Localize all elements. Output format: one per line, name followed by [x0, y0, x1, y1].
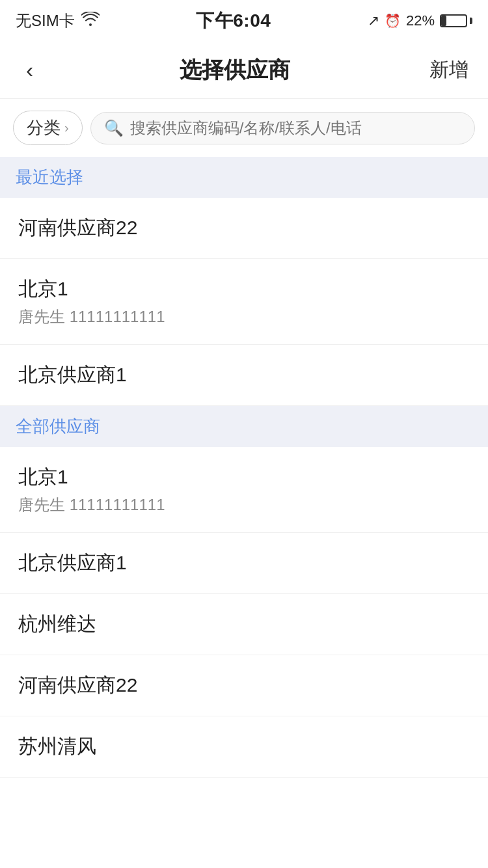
- location-icon: ↗: [368, 12, 379, 29]
- wifi-icon: [81, 12, 100, 30]
- status-bar: 无SIM卡 下午6:04 ↗ ⏰ 22%: [0, 0, 488, 42]
- item-name: 杭州维达: [18, 611, 470, 638]
- category-label: 分类: [27, 116, 61, 139]
- chevron-right-icon: ›: [64, 120, 69, 135]
- all-section-label: 全部供应商: [16, 416, 100, 436]
- item-sub: 唐先生 11111111111: [18, 495, 470, 515]
- all-items-list: 北京1 唐先生 11111111111 北京供应商1 杭州维达 河南供应商22 …: [0, 447, 488, 778]
- list-item[interactable]: 北京供应商1: [0, 533, 488, 594]
- list-item[interactable]: 北京1 唐先生 11111111111: [0, 259, 488, 345]
- recent-section-label: 最近选择: [16, 167, 83, 187]
- search-icon: 🔍: [104, 119, 124, 137]
- list-item[interactable]: 河南供应商22: [0, 655, 488, 716]
- list-item[interactable]: 杭州维达: [0, 594, 488, 655]
- carrier-text: 无SIM卡: [16, 10, 75, 31]
- item-name: 北京1: [18, 276, 470, 303]
- battery-icon: [440, 14, 472, 27]
- status-time: 下午6:04: [196, 8, 271, 33]
- recent-section-header: 最近选择: [0, 157, 488, 198]
- recent-items-list: 河南供应商22 北京1 唐先生 11111111111 北京供应商1: [0, 198, 488, 406]
- item-name: 苏州清风: [18, 733, 470, 760]
- all-section-header: 全部供应商: [0, 406, 488, 447]
- alarm-icon: ⏰: [385, 13, 401, 29]
- nav-bar: ‹ 选择供应商 新增: [0, 42, 488, 99]
- category-button[interactable]: 分类 ›: [13, 111, 83, 145]
- search-box[interactable]: 🔍: [90, 112, 475, 144]
- status-left: 无SIM卡: [16, 10, 100, 31]
- item-name: 北京供应商1: [18, 550, 470, 576]
- add-button[interactable]: 新增: [429, 57, 468, 83]
- list-item[interactable]: 北京供应商1: [0, 345, 488, 406]
- back-button[interactable]: ‹: [20, 51, 40, 89]
- list-item[interactable]: 北京1 唐先生 11111111111: [0, 447, 488, 533]
- item-name: 河南供应商22: [18, 215, 470, 241]
- list-item[interactable]: 河南供应商22: [0, 198, 488, 259]
- item-name: 北京供应商1: [18, 362, 470, 388]
- item-sub: 唐先生 11111111111: [18, 306, 470, 327]
- battery-text: 22%: [406, 12, 435, 29]
- status-right: ↗ ⏰ 22%: [368, 12, 472, 29]
- item-name: 北京1: [18, 464, 470, 491]
- item-name: 河南供应商22: [18, 672, 470, 699]
- page-title: 选择供应商: [180, 55, 290, 85]
- filter-bar: 分类 › 🔍: [0, 99, 488, 157]
- list-item[interactable]: 苏州清风: [0, 716, 488, 778]
- search-input[interactable]: [130, 119, 461, 137]
